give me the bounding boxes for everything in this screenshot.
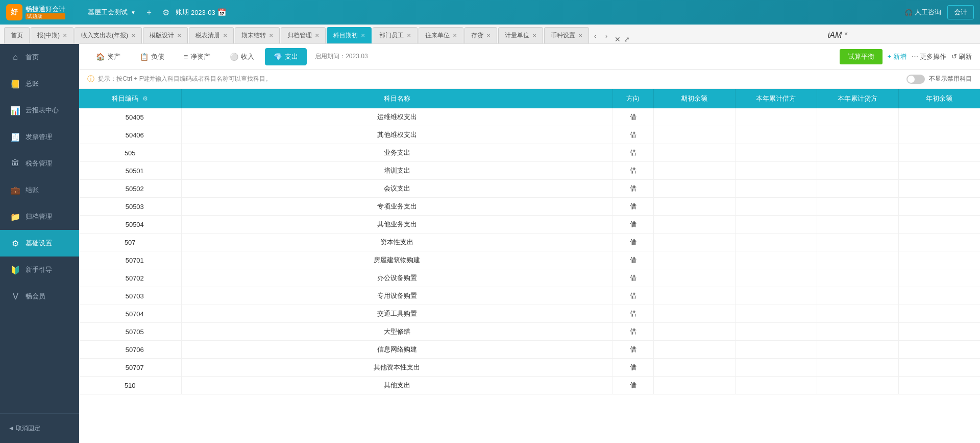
sub-tab-income[interactable]: ⚪ 收入: [221, 48, 263, 65]
sidebar-item-guide[interactable]: 🔰 新手引导: [0, 257, 79, 283]
cell-opening-balance: [653, 305, 735, 323]
table-row[interactable]: 50501培训支出借: [79, 162, 980, 180]
tab-prev-button[interactable]: ‹: [590, 29, 600, 43]
sidebar-item-member[interactable]: Ⅴ 畅会员: [0, 283, 79, 310]
table-row[interactable]: 50702办公设备购置借: [79, 269, 980, 287]
sub-tab-asset[interactable]: 🏠 资产: [87, 48, 129, 65]
close-icon[interactable]: ✕: [131, 33, 135, 38]
toggle-disabled-switch[interactable]: [906, 75, 925, 84]
tab-jiliang[interactable]: 计量单位 ✕: [498, 27, 543, 43]
settings-gear-icon: ⚙: [10, 239, 20, 248]
tab-guidang[interactable]: 归档管理 ✕: [281, 27, 326, 43]
company-selector[interactable]: 基层工会测试 ▼: [88, 8, 136, 17]
tab-wanglai[interactable]: 往来单位 ✕: [419, 27, 463, 43]
close-icon[interactable]: ✕: [177, 33, 181, 38]
close-icon[interactable]: ✕: [269, 33, 273, 38]
help-button[interactable]: 🎧 人工咨询: [904, 8, 941, 17]
expand-tabs-button[interactable]: ⤢: [624, 35, 630, 43]
tab-home[interactable]: 首页: [4, 27, 30, 43]
sidebar-item-invoice[interactable]: 🧾 发票管理: [0, 124, 79, 150]
calendar-icon[interactable]: 📅: [217, 8, 226, 16]
sidebar-item-settings[interactable]: ⚙ 基础设置: [0, 230, 79, 257]
cell-code: 50701: [79, 251, 181, 269]
accountant-button[interactable]: 会计: [947, 5, 974, 19]
cell-direction: 借: [612, 251, 653, 269]
close-icon[interactable]: ✕: [578, 33, 582, 38]
close-icon[interactable]: ✕: [223, 33, 227, 38]
table-row[interactable]: 50703专用设备购置借: [79, 287, 980, 305]
tab-moban[interactable]: 模版设计 ✕: [143, 27, 188, 43]
table-row[interactable]: 50705大型修缮借: [79, 323, 980, 341]
sub-tab-expense[interactable]: 💎 支出: [265, 48, 307, 65]
table-row[interactable]: 50503专项业务支出借: [79, 198, 980, 216]
sub-tab-net-asset[interactable]: ≡ 净资产: [175, 48, 219, 65]
tab-kemuqichu[interactable]: 科目期初 ✕: [327, 27, 372, 43]
close-icon[interactable]: ✕: [486, 33, 491, 38]
close-icon[interactable]: ✕: [532, 33, 536, 38]
table-row[interactable]: 50502会议支出借: [79, 180, 980, 198]
tab-nianbao[interactable]: 收入支出表(年报) ✕: [75, 27, 142, 43]
table-row[interactable]: 510其他支出借: [79, 377, 980, 394]
settings-icon[interactable]: ⚙: [162, 8, 169, 17]
more-actions-button[interactable]: ⋯ 更多操作: [912, 52, 946, 61]
add-tab-button[interactable]: ＋: [142, 6, 156, 19]
cell-year-balance: [898, 377, 980, 394]
tab-cunhuo[interactable]: 存货 ✕: [464, 27, 497, 43]
info-icon: ⓘ: [87, 75, 94, 84]
tab-next-button[interactable]: ›: [601, 29, 611, 43]
cell-name: 信息网络购建: [181, 341, 612, 359]
cell-name: 培训支出: [181, 162, 612, 180]
close-icon[interactable]: ✕: [407, 33, 411, 38]
table-row[interactable]: 507资本性支出借: [79, 234, 980, 251]
close-icon[interactable]: ✕: [361, 33, 365, 38]
sidebar-item-close[interactable]: 💼 结账: [0, 177, 79, 203]
cell-direction: 借: [612, 234, 653, 251]
table-row[interactable]: 50504其他业务支出借: [79, 216, 980, 234]
close-all-tabs-button[interactable]: ✕: [615, 35, 621, 43]
sidebar-item-tax[interactable]: 🏛 税务管理: [0, 150, 79, 177]
tab-zhongqi[interactable]: 报(中期) ✕: [31, 27, 74, 43]
table-row[interactable]: 50701房屋建筑物购建借: [79, 251, 980, 269]
cell-year-credit: [817, 323, 898, 341]
cell-opening-balance: [653, 126, 735, 144]
collapse-sidebar-button[interactable]: ◄ 取消固定: [0, 420, 79, 437]
cell-direction: 借: [612, 126, 653, 144]
tab-bumen[interactable]: 部门员工 ✕: [373, 27, 418, 43]
sidebar-item-archive[interactable]: 📁 归档管理: [0, 203, 79, 230]
sidebar-item-home[interactable]: ⌂ 首页: [0, 44, 79, 71]
tab-bizhong[interactable]: 币种设置 ✕: [544, 27, 589, 43]
cell-year-debit: [735, 198, 817, 216]
cell-year-balance: [898, 144, 980, 162]
cell-name: 大型修缮: [181, 323, 612, 341]
refresh-button[interactable]: ↺ 刷新: [951, 52, 972, 61]
table-row[interactable]: 505业务支出借: [79, 144, 980, 162]
cell-name: 资本性支出: [181, 234, 612, 251]
cell-year-debit: [735, 144, 817, 162]
tab-qimojiezhuan[interactable]: 期末结转 ✕: [235, 27, 280, 43]
sidebar-item-reports[interactable]: 📊 云报表中心: [0, 97, 79, 124]
cell-opening-balance: [653, 162, 735, 180]
new-button[interactable]: + 新增: [888, 52, 906, 61]
cell-direction: 借: [612, 305, 653, 323]
more-icon: ⋯: [912, 53, 918, 60]
table-row[interactable]: 50406其他维权支出借: [79, 126, 980, 144]
close-icon[interactable]: ✕: [453, 33, 457, 38]
tab-shuibiao[interactable]: 税表清册 ✕: [189, 27, 234, 43]
table-row[interactable]: 50405运维维权支出借: [79, 108, 980, 126]
cell-year-credit: [817, 341, 898, 359]
table-row[interactable]: 50706信息网络购建借: [79, 341, 980, 359]
sidebar-item-ledger[interactable]: 📒 总账: [0, 71, 79, 97]
column-settings-icon[interactable]: ⚙: [142, 95, 148, 102]
balance-button[interactable]: 试算平衡: [840, 49, 883, 64]
table-row[interactable]: 50707其他资本性支出借: [79, 359, 980, 377]
close-icon[interactable]: ✕: [63, 33, 67, 38]
table-row[interactable]: 50704交通工具购置借: [79, 305, 980, 323]
cell-code: 50702: [79, 269, 181, 287]
cell-year-debit: [735, 359, 817, 377]
sub-tab-liability[interactable]: 📋 负债: [131, 48, 173, 65]
cell-code: 50705: [79, 323, 181, 341]
logo-icon: 好: [6, 4, 22, 20]
cell-year-debit: [735, 216, 817, 234]
close-icon[interactable]: ✕: [315, 33, 319, 38]
logo-area: 好 畅捷通好会计 试题版: [6, 4, 82, 20]
